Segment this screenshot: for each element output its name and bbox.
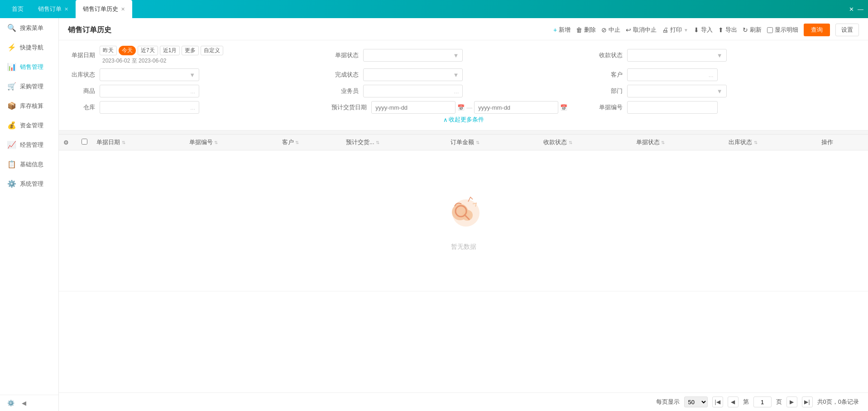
show-detail-input[interactable] xyxy=(767,27,773,33)
export-button[interactable]: ⬆ 导出 xyxy=(718,26,737,34)
amount-sort-icon[interactable]: ⇅ xyxy=(476,140,480,145)
per-page-select[interactable]: 50 10 20 100 xyxy=(684,396,708,407)
first-page-button[interactable]: |◀ xyxy=(712,396,723,407)
table-footer: 每页显示 50 10 20 100 |◀ ◀ 第 页 ▶ ▶| 共0页，0条记录 xyxy=(59,392,868,411)
warehouse-select[interactable]: ... xyxy=(100,101,199,114)
delete-button[interactable]: 🗑 删除 xyxy=(576,26,596,34)
filter-order-number-cell: 单据编号 xyxy=(595,101,859,114)
customer-select[interactable]: ... xyxy=(627,68,718,81)
refresh-icon: ↻ xyxy=(743,26,748,34)
export-icon: ⬆ xyxy=(718,26,724,34)
print-label: 打印 xyxy=(670,26,682,34)
stop-label: 中止 xyxy=(609,26,620,34)
customer-dots-icon[interactable]: ... xyxy=(709,72,714,78)
sidebar-item-operations[interactable]: 📈 经营管理 xyxy=(0,135,58,155)
date-btn-1month[interactable]: 近1月 xyxy=(160,46,180,55)
date-sort-icon[interactable]: ⇅ xyxy=(122,140,125,145)
delivery-date-end[interactable] xyxy=(474,101,558,114)
table-area: ⚙ 单据日期 ⇅ 单据编号 ⇅ xyxy=(59,134,868,392)
order-number-filter-label: 单据编号 xyxy=(595,103,627,111)
filter-salesperson-cell: 业务员 ... xyxy=(331,85,595,97)
close-sales-order-icon[interactable]: ✕ xyxy=(64,6,68,12)
date-btn-7days[interactable]: 近7天 xyxy=(138,46,158,55)
tab-sales-order[interactable]: 销售订单 ✕ xyxy=(31,0,76,18)
cancel-stop-label: 取消中止 xyxy=(633,26,657,34)
date-btn-yesterday[interactable]: 昨天 xyxy=(100,46,117,55)
order-status-select[interactable]: ▼ xyxy=(363,49,463,62)
sidebar-item-quick-nav[interactable]: ⚡ 快捷导航 xyxy=(0,38,58,57)
delivery-status-select[interactable]: ▼ xyxy=(100,68,199,81)
close-sales-order-history-icon[interactable]: ✕ xyxy=(121,6,125,12)
product-dots-icon[interactable]: ... xyxy=(190,88,195,95)
page-number-input[interactable] xyxy=(753,396,772,407)
select-all-checkbox[interactable] xyxy=(82,139,87,145)
product-select[interactable]: ... xyxy=(100,85,199,97)
th-checkbox[interactable] xyxy=(77,135,92,150)
basic-info-icon: 📋 xyxy=(7,160,16,169)
sidebar-item-search-menu-label: 搜索菜单 xyxy=(20,24,43,32)
settings-gear-icon[interactable]: ⚙ xyxy=(63,139,69,146)
date-btn-more[interactable]: 更多 xyxy=(182,46,199,55)
delivery-date-start[interactable] xyxy=(371,101,456,114)
inventory-icon: 📦 xyxy=(7,102,16,110)
sidebar-item-sales-mgmt[interactable]: 📊 销售管理 xyxy=(0,57,58,77)
payment-status-select[interactable]: ▼ xyxy=(627,49,727,62)
date-btn-custom[interactable]: 自定义 xyxy=(201,46,223,55)
sidebar-collapse-icon[interactable]: ◀ xyxy=(22,400,26,406)
order-status-sort-icon[interactable]: ⇅ xyxy=(661,140,665,145)
new-icon: + xyxy=(553,26,557,34)
per-page-label: 每页显示 xyxy=(656,398,680,406)
delivery-status-sort-icon[interactable]: ⇅ xyxy=(754,140,758,145)
topbar-minimize-icon[interactable]: — xyxy=(858,6,863,13)
salesperson-select[interactable]: ... xyxy=(363,85,463,97)
date-separator: — xyxy=(466,104,472,111)
next-page-button[interactable]: ▶ xyxy=(786,396,797,407)
page-title: 销售订单历史 xyxy=(68,25,111,35)
delete-label: 删除 xyxy=(584,26,596,34)
settings-button[interactable]: 设置 xyxy=(835,24,859,36)
calendar-icon-1[interactable]: 📅 xyxy=(457,104,465,111)
stop-button[interactable]: ⊘ 中止 xyxy=(601,26,620,34)
sidebar-item-basic-info[interactable]: 📋 基础信息 xyxy=(0,155,58,174)
topbar-close-icon[interactable]: ✕ xyxy=(849,6,854,13)
payment-status-sort-icon[interactable]: ⇅ xyxy=(569,140,572,145)
sidebar-item-system[interactable]: ⚙️ 系统管理 xyxy=(0,174,58,193)
tab-home[interactable]: 首页 xyxy=(5,0,31,18)
sidebar-item-quick-nav-label: 快捷导航 xyxy=(20,44,43,52)
calendar-icon-2[interactable]: 📅 xyxy=(560,104,567,111)
sidebar-item-finance[interactable]: 💰 资金管理 xyxy=(0,116,58,135)
show-detail-checkbox[interactable]: 显示明细 xyxy=(767,26,798,34)
prev-page-button[interactable]: ◀ xyxy=(728,396,739,407)
collapse-link[interactable]: ∧ 收起更多条件 xyxy=(68,114,859,125)
new-button[interactable]: + 新增 xyxy=(553,26,571,34)
sidebar-item-operations-label: 经营管理 xyxy=(20,141,43,149)
order-status-arrow: ▼ xyxy=(453,52,459,59)
number-sort-icon[interactable]: ⇅ xyxy=(214,140,218,145)
tab-sales-order-history[interactable]: 销售订单历史 ✕ xyxy=(76,0,132,18)
department-select[interactable]: ▼ xyxy=(627,85,727,97)
sidebar-item-purchase-mgmt[interactable]: 🛒 采购管理 xyxy=(0,77,58,96)
delivery-date-sort-icon[interactable]: ⇅ xyxy=(376,140,379,145)
warehouse-dots-icon[interactable]: ... xyxy=(190,104,195,111)
cancel-stop-button[interactable]: ↩ 取消中止 xyxy=(626,26,657,34)
completion-status-select[interactable]: ▼ xyxy=(363,68,463,81)
th-settings[interactable]: ⚙ xyxy=(59,135,77,150)
date-btn-today[interactable]: 今天 xyxy=(119,46,136,55)
order-number-input[interactable] xyxy=(627,101,718,114)
refresh-button[interactable]: ↻ 刷新 xyxy=(743,26,762,34)
th-action-label: 操作 xyxy=(821,139,833,145)
query-button[interactable]: 查询 xyxy=(804,24,830,36)
sidebar-settings-icon[interactable]: ⚙️ xyxy=(7,400,14,406)
import-button[interactable]: ⬇ 导入 xyxy=(694,26,713,34)
salesperson-dots-icon[interactable]: ... xyxy=(454,88,459,95)
filter-row-2: 出库状态 ▼ 完成状态 ▼ 客户 xyxy=(68,68,859,81)
filter-area: 单据日期 昨天 今天 近7天 近1月 更多 自定义 2023-06-02 至 2… xyxy=(59,40,868,131)
customer-sort-icon[interactable]: ⇅ xyxy=(295,140,299,145)
sidebar-item-search-menu[interactable]: 🔍 搜索菜单 xyxy=(0,18,58,38)
top-bar: 首页 销售订单 ✕ 销售订单历史 ✕ ✕ — xyxy=(0,0,868,18)
filter-payment-status-cell: 收款状态 ▼ xyxy=(595,46,859,65)
last-page-button[interactable]: ▶| xyxy=(802,396,813,407)
sidebar-item-inventory[interactable]: 📦 库存核算 xyxy=(0,96,58,116)
th-date: 单据日期 ⇅ xyxy=(92,135,185,150)
print-button[interactable]: 🖨 打印 ▼ xyxy=(662,26,688,34)
